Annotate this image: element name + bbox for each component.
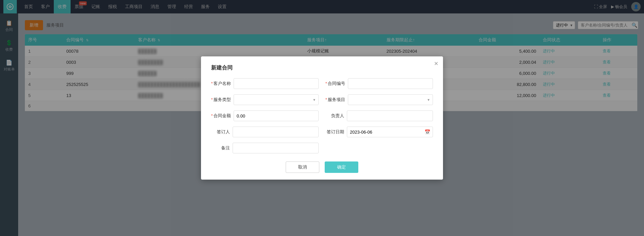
signer-label: 签订人 [211,129,230,135]
form-group-contract-amount: *合同金额 [211,110,319,121]
form-row-5: 备注 [211,143,433,153]
cancel-button[interactable]: 取消 [286,161,319,173]
contract-no-input[interactable] [348,78,433,89]
form-group-responsible: 负责人 [325,110,433,121]
form-group-contract-no: *合同编号 [325,78,433,89]
form-group-customer-name: *客户名称 [211,78,319,89]
close-button[interactable]: ✕ [434,60,438,67]
modal-overlay: ✕ 新建合同 *客户名称 *合同编号 [18,13,644,236]
confirm-button[interactable]: 确定 [325,161,358,173]
contract-no-label: *合同编号 [325,81,345,87]
dialog-title: 新建合同 [211,64,433,72]
form-row-2: *服务类型 ▼ *服务项目 [211,94,433,105]
layout: 📋 合同 💲 收费 📄 对账单 新增 服务项目 进行中 已完成 已终止 [0,13,644,236]
signer-input[interactable] [233,127,319,137]
form-row-1: *客户名称 *合同编号 [211,78,433,89]
service-type-select-wrap: ▼ [234,94,319,105]
dialog-footer: 取消 确定 [211,161,433,173]
main-content: 新增 服务项目 进行中 已完成 已终止 ▼ 🔍 [18,13,644,236]
new-contract-dialog: ✕ 新建合同 *客户名称 *合同编号 [201,56,443,180]
contract-amount-label: *合同金额 [211,113,231,119]
form-row-3: *合同金额 负责人 [211,110,433,121]
form-group-service-type: *服务类型 ▼ [211,94,319,105]
form-row-4: 签订人 签订日期 📅 [211,127,433,137]
service-item-label: *服务项目 [325,97,345,103]
form-group-signer: 签订人 [211,127,319,137]
sign-date-input[interactable] [347,127,433,137]
service-type-label: *服务类型 [211,97,231,103]
responsible-input[interactable] [347,110,433,121]
sign-date-label: 签订日期 [325,129,344,135]
customer-name-label: *客户名称 [211,81,231,87]
notes-input[interactable] [233,143,319,153]
contract-amount-input[interactable] [234,110,319,121]
customer-name-input[interactable] [234,78,319,89]
service-item-select-wrap: ▼ [348,94,433,105]
sign-date-wrap: 📅 [347,127,433,137]
form-group-notes: 备注 [211,143,319,153]
service-type-select[interactable] [234,94,319,105]
responsible-label: 负责人 [325,113,344,119]
notes-label: 备注 [211,145,230,151]
form-group-service-item: *服务项目 ▼ [325,94,433,105]
form-group-sign-date: 签订日期 📅 [325,127,433,137]
service-item-select[interactable] [348,94,433,105]
